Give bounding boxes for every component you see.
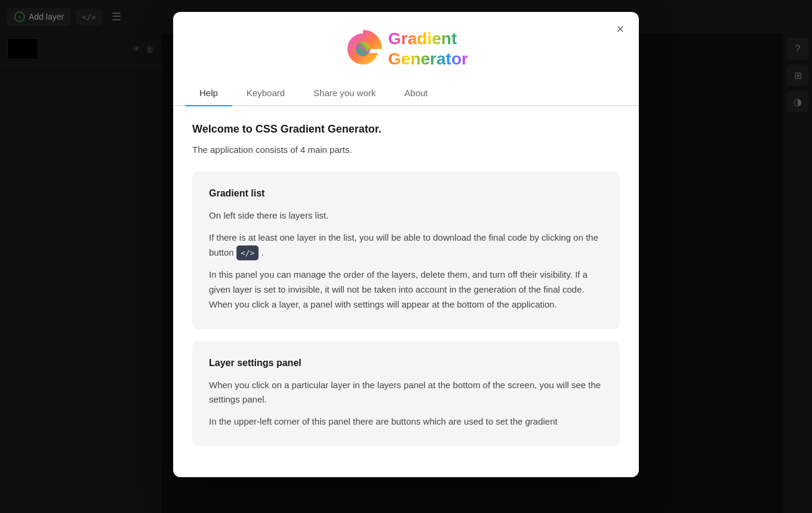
logo-generator-text: Generator [388,49,468,69]
modal-content: Welcome to CSS Gradient Generator. The a… [173,106,639,477]
logo-gradient-text: Gradient [388,29,468,49]
modal-backdrop: × [0,0,812,513]
close-icon: × [617,21,625,37]
layer-settings-title: Layer settings panel [209,358,603,368]
modal-logo: Gradient Generator [173,12,639,81]
layer-settings-card: Layer settings panel When you click on a… [192,341,620,446]
gradient-list-title: Gradient list [209,188,603,199]
help-modal: × [173,12,639,477]
tab-about[interactable]: About [390,81,442,105]
logo-svg [344,30,382,68]
modal-tabs: Help Keyboard Share you work About [173,81,639,106]
layer-settings-p1: When you click on a particular layer in … [209,378,603,408]
tab-share[interactable]: Share you work [299,81,390,105]
logo-container: Gradient Generator [344,29,468,69]
tab-keyboard[interactable]: Keyboard [232,81,299,105]
gradient-list-p3: In this panel you can manage the order o… [209,268,603,312]
layer-settings-p2: In the upper-left corner of this panel t… [209,414,603,429]
gradient-list-p1: On left side there is layers list. [209,208,603,223]
logo-text: Gradient Generator [388,29,468,69]
tab-help[interactable]: Help [185,81,232,105]
gradient-list-p2: If there is at least one layer in the li… [209,231,603,261]
modal-close-button[interactable]: × [611,20,629,38]
gradient-list-card: Gradient list On left side there is laye… [192,171,620,329]
inline-code-button: </> [236,245,259,260]
welcome-title: Welcome to CSS Gradient Generator. [192,123,620,136]
welcome-desc: The application consists of 4 main parts… [192,143,620,157]
